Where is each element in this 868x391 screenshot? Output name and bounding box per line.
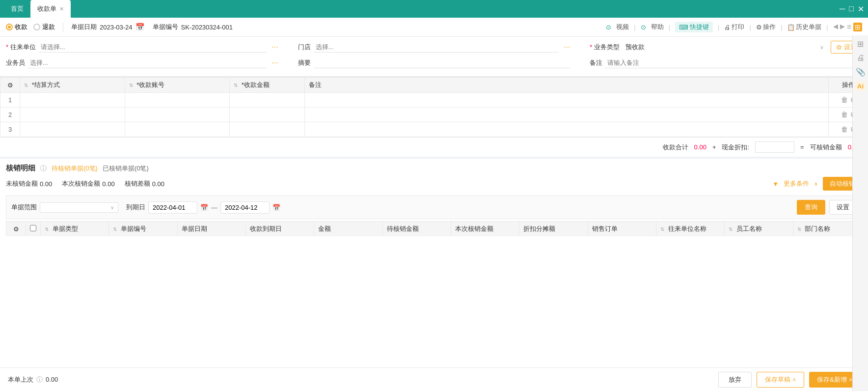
footer-info-value: 0.00: [46, 376, 58, 383]
maximize-icon[interactable]: □: [849, 4, 854, 14]
bth-gear[interactable]: ⚙: [6, 223, 26, 236]
tab-home[interactable]: 首页: [4, 0, 30, 18]
filter-label[interactable]: 更多条件: [784, 179, 809, 188]
sort-doc-type-icon[interactable]: ⇅: [45, 226, 49, 232]
stats-row: 未核销金额 0.00 本次核销金额 0.00 核销差额 0.00 ▼ 更多条件 …: [6, 177, 862, 191]
remark-input[interactable]: [605, 57, 862, 68]
date-calendar-from-icon[interactable]: 📅: [200, 204, 208, 211]
print-btn[interactable]: 🖨 打印: [724, 23, 744, 31]
tab-receipt-close-icon[interactable]: ✕: [59, 6, 64, 12]
minimize-icon[interactable]: ─: [840, 4, 845, 14]
row-1-settlement[interactable]: [20, 93, 125, 108]
sort-dept-icon[interactable]: ⇅: [797, 226, 801, 232]
discount-input[interactable]: [755, 141, 794, 153]
row-1-num: 1: [0, 93, 20, 108]
abandon-button[interactable]: 放弃: [718, 372, 752, 388]
bth-doc-number: ⇅ 单据编号: [109, 222, 177, 236]
row-2-amount[interactable]: [230, 108, 305, 122]
sort-amount-icon[interactable]: ⇅: [234, 83, 238, 88]
counterparty-dots-icon[interactable]: ···: [271, 43, 278, 52]
bth-dept-label: 部门名称: [805, 225, 830, 232]
collection-total-value: 0.00: [694, 143, 706, 151]
shortcut-btn[interactable]: ⌨ 快捷键: [675, 22, 713, 32]
bth-due-date-label: 收款到期日: [250, 225, 282, 232]
sidebar-ai-icon[interactable]: Ai: [855, 82, 866, 91]
salesman-input[interactable]: [28, 57, 267, 68]
store-label: 门店: [298, 43, 311, 52]
sort-employee-icon[interactable]: ⇅: [729, 226, 732, 232]
footer-info-icon[interactable]: ⓘ: [36, 375, 43, 384]
sort-doc-number-icon[interactable]: ⇅: [113, 226, 117, 232]
tab-home-label: 首页: [11, 4, 24, 13]
history-btn[interactable]: 📋 历史单据: [787, 23, 821, 31]
store-dots-icon[interactable]: ···: [564, 43, 570, 52]
save-draft-button[interactable]: 保存草稿 ∧: [757, 372, 804, 388]
section-title-row: 核销明细 ⓘ 待核销单据(0笔) 已核销单据(0笔): [6, 164, 862, 173]
prev-layout-icon[interactable]: ◀: [833, 23, 838, 31]
verified-tab[interactable]: 已核销单据(0笔): [103, 164, 149, 173]
sort-settlement-icon[interactable]: ⇅: [24, 83, 28, 88]
row-2-account[interactable]: [125, 108, 230, 122]
salesman-dots-icon[interactable]: ···: [271, 58, 278, 67]
video-btn[interactable]: 视频: [616, 23, 629, 31]
query-date-from-input[interactable]: [148, 201, 197, 214]
current-label: 本次核销金额: [62, 179, 100, 188]
toolbar-row: 收款 退款 单据日期 2023-03-24 📅 单据编号 SK-20230324…: [0, 18, 868, 37]
tab-receipt-label: 收款单: [37, 4, 56, 13]
date-calendar-to-icon[interactable]: 📅: [272, 204, 280, 211]
sidebar-table-icon[interactable]: ⊞: [857, 39, 864, 49]
tab-receipt[interactable]: 收款单 ✕: [30, 0, 71, 18]
help-btn[interactable]: 帮助: [651, 23, 664, 31]
grid-layout-icon[interactable]: ⊞: [853, 23, 862, 31]
radio-receipt-label: 收款: [15, 23, 27, 31]
bth-checkbox[interactable]: [26, 222, 41, 236]
plus-label: +: [712, 143, 716, 151]
row-3-remark[interactable]: [304, 122, 829, 137]
row-3-delete-icon[interactable]: 🗑: [841, 125, 848, 134]
select-all-checkbox[interactable]: [30, 225, 36, 231]
row-2-remark[interactable]: [304, 108, 829, 122]
list-layout-icon[interactable]: ≡: [847, 23, 851, 31]
pending-tab[interactable]: 待核销单据(0笔): [52, 164, 98, 173]
date-label: 单据日期: [71, 23, 97, 31]
filter-icon[interactable]: ▼: [772, 180, 779, 188]
summary-input[interactable]: [314, 57, 570, 68]
sidebar-attach-icon[interactable]: 📎: [856, 67, 866, 77]
th-amount: ⇅ *收款金额: [230, 78, 305, 93]
next-layout-icon[interactable]: ▶: [840, 23, 845, 31]
bth-due-date: 收款到期日: [246, 222, 314, 236]
row-1-account[interactable]: [125, 93, 230, 108]
row-3-amount[interactable]: [230, 122, 305, 137]
th-gear[interactable]: ⚙: [0, 78, 20, 93]
operation-label: 操作: [763, 23, 776, 31]
unverified-stat: 未核销金额 0.00: [6, 179, 52, 188]
operation-btn[interactable]: ⚙ 操作: [756, 23, 776, 31]
sort-account-icon[interactable]: ⇅: [129, 83, 133, 88]
row-3-settlement[interactable]: [20, 122, 125, 137]
row-2-delete-icon[interactable]: 🗑: [841, 111, 848, 119]
bth-counterparty-label: 往来单位名称: [668, 225, 706, 232]
business-type-dropdown-icon[interactable]: ∨: [820, 44, 824, 51]
print-icon: 🖨: [724, 24, 731, 31]
section-info-icon[interactable]: ⓘ: [40, 164, 47, 173]
th-remark: 备注: [304, 78, 829, 93]
sidebar-print-icon[interactable]: 🖨: [857, 54, 865, 62]
radio-receipt[interactable]: 收款: [6, 23, 27, 31]
radio-refund-circle: [33, 24, 40, 30]
row-1-delete-icon[interactable]: 🗑: [841, 96, 848, 104]
date-calendar-icon[interactable]: 📅: [136, 23, 145, 31]
column-gear-icon[interactable]: ⚙: [7, 82, 13, 89]
radio-refund[interactable]: 退款: [33, 23, 55, 31]
row-1-amount[interactable]: [230, 93, 305, 108]
row-1-remark[interactable]: [304, 93, 829, 108]
query-date-to-input[interactable]: [220, 201, 270, 214]
sort-counterparty-icon[interactable]: ⇅: [660, 226, 664, 232]
row-3-account[interactable]: [125, 122, 230, 137]
close-icon[interactable]: ✕: [858, 4, 864, 14]
query-range-select[interactable]: ∨: [40, 202, 118, 213]
counterparty-input[interactable]: [39, 42, 267, 53]
th-account: ⇅ *收款账号: [125, 78, 230, 93]
query-button[interactable]: 查询: [797, 200, 825, 215]
store-input[interactable]: [314, 42, 559, 53]
row-2-settlement[interactable]: [20, 108, 125, 122]
